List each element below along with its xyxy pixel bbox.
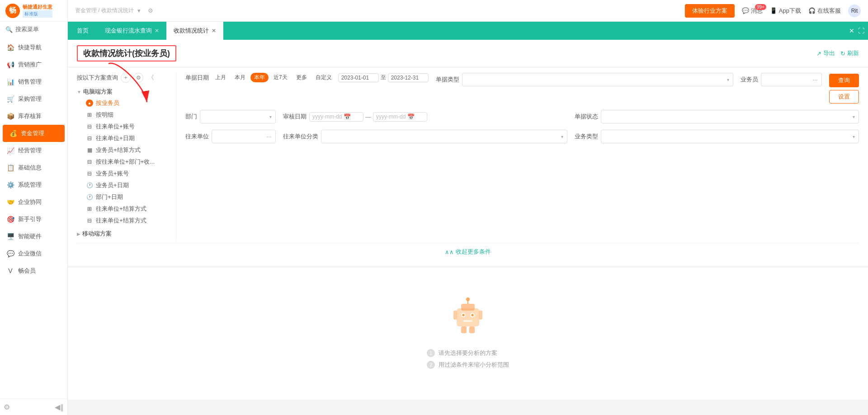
review-date-start-calendar-icon[interactable]: 📅 [344, 113, 351, 120]
counterpart-class-input[interactable]: ▾ [321, 130, 567, 143]
member-icon: V [6, 267, 14, 275]
tree-item-by-unit-account[interactable]: ⊟ 往来单位+账号 [77, 121, 170, 132]
window-close-icon[interactable]: ✕ [849, 27, 854, 34]
business-type-field: 业务类型 ▾ [575, 130, 859, 143]
date-tab-prev-month[interactable]: 上月 [212, 73, 230, 82]
tree-item-by-unit-dept[interactable]: ⊟ 按往来单位+部门+收... [77, 156, 170, 168]
wechat-icon: 💬 [6, 250, 14, 258]
sidebar-item-label: 营销推广 [18, 61, 42, 69]
collapse-scheme-icon[interactable]: 《 [148, 74, 154, 82]
tab-bank-flow[interactable]: 现金银行流水查询 ✕ [98, 22, 166, 40]
bill-type-chevron: ▾ [727, 77, 729, 82]
active-dot: ● [86, 99, 93, 107]
review-date-start-input[interactable]: yyyy-mm-dd 📅 [309, 112, 363, 122]
date-end-input[interactable]: 2023-12-31 [388, 73, 429, 82]
counterpart-label: 往来单位 [185, 132, 209, 141]
sidebar-item-label: 销售管理 [18, 78, 42, 86]
sidebar-item-wechat[interactable]: 💬 企业微信 [0, 245, 67, 262]
base-info-icon: 📋 [6, 164, 14, 172]
sidebar: 畅 畅捷通好生意 标准版 🔍 搜索菜单 🏠 快捷导航 📢 营销推广 📊 销售管理 [0, 0, 68, 415]
sidebar-item-system[interactable]: ⚙️ 系统管理 [0, 176, 67, 193]
sidebar-item-inventory[interactable]: 📦 库存核算 [0, 108, 67, 125]
tree-item-by-salesperson-date[interactable]: 🕐 业务员+日期 [77, 179, 170, 191]
tree-item-by-detail[interactable]: ⊞ 按明细 [77, 109, 170, 121]
tab-collection-stat[interactable]: 收款情况统计 ✕ [166, 22, 223, 40]
expand-icon[interactable]: ▾ [137, 7, 141, 14]
sidebar-item-marketing[interactable]: 📢 营销推广 [0, 56, 67, 73]
sidebar-search[interactable]: 🔍 搜索菜单 [0, 22, 67, 37]
business-type-input[interactable]: ▾ [601, 130, 859, 143]
step-2-num: 2 [427, 361, 435, 369]
sidebar-item-finance[interactable]: 💰 资金管理 [3, 125, 65, 142]
refresh-btn[interactable]: ↻ 刷新 [840, 49, 859, 57]
tree-item-by-salesperson-method[interactable]: ▦ 业务员+结算方式 [77, 144, 170, 156]
sidebar-item-enterprise[interactable]: 🤝 企业协同 [0, 193, 67, 211]
finance-icon: 💰 [9, 129, 17, 137]
tree-item-by-salesperson[interactable]: ● 按业务员 [77, 97, 170, 109]
filter-main: 按以下方案查询 + ⚙ 《 [77, 73, 859, 241]
date-start-value: 2023-01-01 [341, 75, 369, 81]
tree-item-by-salesperson-account[interactable]: ⊟ 业务员+账号 [77, 168, 170, 179]
add-scheme-btn[interactable]: + [121, 73, 131, 83]
svg-rect-10 [461, 326, 467, 333]
sidebar-bottom: ⚙ ◀‖ [0, 399, 67, 415]
counterpart-input[interactable]: ··· [212, 130, 276, 143]
user-avatar[interactable]: Rit [848, 5, 861, 17]
collapse-bar[interactable]: ∧∧ 收起更多条件 [77, 243, 859, 260]
query-button[interactable]: 查询 [829, 74, 859, 87]
tree-item-by-dept-date[interactable]: 🕐 部门+日期 [77, 191, 170, 203]
date-tab-this-month[interactable]: 本月 [231, 73, 249, 82]
review-date-end-calendar-icon[interactable]: 📅 [407, 113, 415, 120]
sidebar-item-quick-nav[interactable]: 🏠 快捷导航 [0, 39, 67, 56]
window-maximize-icon[interactable]: ⛶ [858, 27, 864, 34]
collapse-sidebar-icon[interactable]: ◀‖ [55, 403, 64, 411]
online-service-btn[interactable]: 🎧 在线客服 [808, 7, 841, 15]
tab-bank-flow-close[interactable]: ✕ [155, 28, 159, 34]
date-tab-custom[interactable]: 自定义 [312, 73, 335, 82]
export-icon: ↗ [816, 50, 821, 57]
filter-fields: 单据日期 上月 本月 本年 近7天 更多 自定义 [176, 73, 859, 241]
review-date-end-input[interactable]: yyyy-mm-dd 📅 [373, 112, 427, 122]
sidebar-item-purchase[interactable]: 🛒 采购管理 [0, 90, 67, 108]
tree-item-label: 部门+日期 [96, 193, 123, 201]
bill-status-input[interactable]: ▾ [601, 110, 859, 123]
unit-dept-icon: ⊟ [86, 158, 93, 165]
page-title: 收款情况统计(按业务员) [83, 49, 170, 58]
mobile-tree-expand-icon: ▶ [77, 231, 80, 236]
mobile-group-header[interactable]: ▶ 移动端方案 [77, 228, 170, 239]
service-icon: 🎧 [808, 7, 816, 14]
tree-item-by-unit-date[interactable]: ⊟ 往来单位+日期 [77, 132, 170, 144]
sidebar-item-hardware[interactable]: 🖥️ 智能硬件 [0, 228, 67, 245]
tab-collection-stat-close[interactable]: ✕ [212, 28, 216, 34]
counterpart-class-field: 往来单位分类 ▾ [283, 130, 567, 143]
sidebar-item-member[interactable]: V 畅会员 [0, 262, 67, 279]
date-tab-this-year[interactable]: 本年 [250, 73, 269, 82]
trial-button[interactable]: 体验行业方案 [685, 4, 735, 18]
sidebar-item-base-info[interactable]: 📋 基础信息 [0, 159, 67, 176]
salesperson-input[interactable]: ··· [761, 73, 822, 86]
bill-type-input[interactable]: ▾ [462, 73, 733, 86]
collapse-icon: ∧∧ [445, 249, 454, 255]
settings-icon[interactable]: ⚙ [4, 403, 10, 411]
date-start-input[interactable]: 2023-01-01 [338, 73, 379, 82]
tree-item-by-unit-method2[interactable]: ⊟ 往来单位+结算方式 [77, 215, 170, 226]
tab-home[interactable]: 首页 [68, 22, 98, 40]
sidebar-item-sales[interactable]: 📊 销售管理 [0, 73, 67, 90]
manage-scheme-btn[interactable]: ⚙ [133, 73, 143, 83]
date-tab-last7[interactable]: 近7天 [270, 73, 291, 82]
settings-gear-icon[interactable]: ⚙ [148, 7, 153, 14]
notification-btn[interactable]: 💬 消息 99+ [742, 7, 763, 15]
unit-account-icon: ⊟ [86, 123, 93, 130]
sidebar-item-operation[interactable]: 📈 经营管理 [0, 142, 67, 159]
export-btn[interactable]: ↗ 导出 [816, 49, 835, 57]
dept-input[interactable]: ▾ [200, 110, 276, 123]
date-tab-more[interactable]: 更多 [292, 73, 311, 82]
tree-item-by-unit-method1[interactable]: ⊞ 往来单位+结算方式 [77, 203, 170, 215]
pc-group-header[interactable]: ▼ 电脑端方案 [77, 86, 170, 97]
counterpart-class-label: 往来单位分类 [283, 132, 318, 141]
top-header: 资金管理 / 收款情况统计 ▾ ⚙ 体验行业方案 💬 消息 99+ 📱 App下… [68, 0, 868, 22]
app-download-btn[interactable]: 📱 App下载 [770, 7, 801, 15]
sidebar-item-guide[interactable]: 🎯 新手引导 [0, 211, 67, 228]
home-icon: 🏠 [6, 43, 14, 52]
set-button[interactable]: 设置 [829, 90, 859, 104]
